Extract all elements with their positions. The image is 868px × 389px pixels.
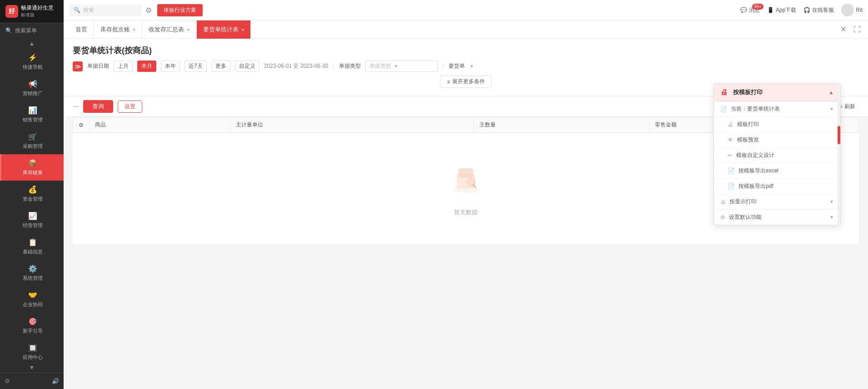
template-custom-item-label: 模板自定义设计	[736, 152, 774, 159]
topbar-search-icon: 🔍	[74, 7, 80, 13]
display-print-row[interactable]: 🖨 按显示打印 ▼	[714, 194, 840, 210]
tab-batch-close[interactable]: ×	[133, 27, 135, 32]
set-default-arrow: ▼	[829, 215, 834, 220]
sidebar-item-marketing[interactable]: 📢 营销推广	[0, 75, 64, 101]
date-btn-more[interactable]: 更多	[211, 61, 230, 72]
filter-toggle-btn[interactable]: ≫	[73, 61, 83, 71]
inventory-icon: 📦	[28, 159, 37, 167]
topbar: 🔍 搜索 ⚙ 体验行业方案 💬 消息 99+ 📱 App下载 🎧 在线客服 Ri…	[64, 0, 868, 20]
user-avatar	[841, 4, 854, 16]
sidebar-item-label: 快捷导航	[23, 64, 43, 71]
sidebar-item-label: 采购管理	[23, 143, 43, 150]
appstore-icon: 🔲	[28, 344, 37, 352]
query-btn[interactable]: 查询	[83, 100, 113, 113]
order-type-label: 单据类型	[339, 62, 361, 70]
sidebar-item-guide[interactable]: 🎯 新手引导	[0, 313, 64, 339]
tab-yaohuostat-close[interactable]: ×	[241, 27, 244, 32]
message-icon: 💬	[740, 7, 747, 13]
current-template-arrow: ▼	[829, 106, 834, 111]
date-btn-custom[interactable]: 自定义	[235, 61, 259, 72]
template-print-icon: 🖨	[728, 121, 733, 128]
expand-more-btn[interactable]: ≡ 展开更多条件	[440, 76, 491, 88]
template-print-item[interactable]: 🖨 模板打印	[714, 117, 840, 132]
tab-batch[interactable]: 库存批次账 ×	[94, 20, 142, 39]
template-preview-icon: 👁	[728, 136, 733, 143]
sidebar-item-collab[interactable]: 🤝 企业协同	[0, 286, 64, 313]
sidebar-item-label: 库存核算	[23, 169, 43, 176]
order-type-value: 单据类型	[369, 62, 391, 70]
col-settings[interactable]: ⚙	[73, 117, 90, 133]
speaker-icon[interactable]: 🔊	[52, 378, 59, 384]
template-custom-item[interactable]: ✏ 模板自定义设计	[714, 148, 840, 163]
sidebar-nav: ⚡ 快捷导航 📢 营销推广 📊 销售管理 🛒 采购管理 📦 库存核算 💰 资金管…	[0, 49, 64, 362]
dropdown-header[interactable]: 🖨 按模板打印 ▲	[714, 84, 840, 101]
sidebar-item-operation[interactable]: 📈 经营管理	[0, 207, 64, 233]
system-icon: ⚙️	[28, 264, 37, 273]
scroll-up-btn[interactable]: ▲	[0, 38, 64, 49]
sidebar-search[interactable]: 🔍 搜索菜单	[0, 23, 64, 38]
tabs-bar-right: ✕ ⛶	[838, 25, 863, 34]
tab-yaohuostat[interactable]: 要货单统计表 ×	[197, 20, 251, 39]
topbar-search-box[interactable]: 🔍 搜索	[69, 5, 142, 16]
template-export-excel-item[interactable]: 📄 按模板导出excel	[714, 163, 840, 179]
order-type-arrow: ▼	[394, 64, 399, 69]
tab-batch-label: 库存批次账	[100, 25, 130, 34]
sidebar-item-label: 应用中心	[23, 354, 43, 361]
yaohuo-type-label-arrow: ▼	[469, 64, 474, 69]
marketing-icon: 📢	[28, 80, 37, 88]
online-service-btn[interactable]: 🎧 在线客服	[803, 6, 834, 14]
sidebar-item-basic[interactable]: 📋 基础信息	[0, 233, 64, 260]
current-template-row[interactable]: 📄 当前：要货单统计表 ▼	[714, 101, 840, 117]
tab-home[interactable]: 首页	[69, 20, 94, 39]
more-options-icon[interactable]: ···	[73, 102, 79, 111]
empty-text: 暂无数据	[454, 208, 478, 217]
industry-btn[interactable]: 体验行业方案	[157, 4, 203, 16]
scroll-down-btn[interactable]: ▼	[0, 362, 64, 373]
set-default-row[interactable]: ⚙ 设置默认功能 ▼	[714, 210, 840, 225]
order-type-select[interactable]: 单据类型 ▼	[365, 61, 438, 72]
template-preview-item[interactable]: 👁 模板预览	[714, 132, 840, 148]
tab-close-all-icon[interactable]: ✕	[838, 25, 848, 34]
dropdown-header-label: 按模板打印	[733, 88, 763, 96]
template-export-pdf-item[interactable]: 📄 按模板导出pdf	[714, 179, 840, 194]
date-btn-last-month[interactable]: 上月	[114, 61, 133, 72]
tab-collection[interactable]: 收发存汇总表 ×	[142, 20, 196, 39]
sidebar-logo: 好 畅康通好生意 标准版	[0, 0, 64, 23]
date-filter-label: 单据日期	[87, 62, 109, 70]
app-version: 标准版	[21, 12, 54, 18]
date-btn-7days[interactable]: 近7天	[185, 61, 207, 72]
template-dropdown: 🖨 按模板打印 ▲ 📄 当前：要货单统计表 ▼ 🖨 模板打印 👁 模板预览 ✏ …	[713, 83, 841, 225]
sidebar-item-system[interactable]: ⚙️ 系统管理	[0, 260, 64, 286]
tab-collection-label: 收发存汇总表	[149, 25, 184, 34]
sidebar-item-purchase[interactable]: 🛒 采购管理	[0, 128, 64, 154]
date-btn-this-year[interactable]: 本年	[161, 61, 180, 72]
main-area: 🔍 搜索 ⚙ 体验行业方案 💬 消息 99+ 📱 App下载 🎧 在线客服 Ri…	[64, 0, 868, 389]
sidebar-item-finance[interactable]: 💰 资金管理	[0, 181, 64, 207]
settings-btn[interactable]: 设置	[118, 101, 142, 113]
svg-point-4	[469, 179, 474, 185]
date-btn-this-month[interactable]: 本月	[137, 61, 156, 72]
user-area[interactable]: Rit	[841, 4, 863, 16]
tab-collection-close[interactable]: ×	[187, 27, 190, 32]
app-download-btn[interactable]: 📱 App下载	[767, 6, 796, 14]
template-print-item-label: 模板打印	[737, 121, 759, 128]
messages-btn[interactable]: 💬 消息 99+	[740, 6, 760, 14]
finance-icon: 💰	[28, 185, 37, 194]
sidebar-item-label: 经营管理	[23, 222, 43, 229]
refresh-label: 刷新	[844, 103, 855, 111]
col-unit: 主计量单位	[230, 117, 474, 133]
settings-icon[interactable]: ⚙	[5, 378, 10, 384]
dropdown-scrolltrack	[838, 84, 840, 225]
sidebar-item-shortcut[interactable]: ⚡ 快捷导航	[0, 49, 64, 75]
purchase-icon: 🛒	[28, 132, 37, 141]
tab-expand-icon[interactable]: ⛶	[852, 25, 863, 34]
sidebar-item-inventory[interactable]: 📦 库存核算	[0, 154, 64, 181]
empty-illustration	[448, 160, 484, 203]
current-template-label: 当前：要货单统计表	[731, 105, 780, 113]
sidebar-item-sales[interactable]: 📊 销售管理	[0, 101, 64, 128]
col-quantity: 主数量	[474, 117, 649, 133]
topbar-gear-icon[interactable]: ⚙	[145, 6, 152, 15]
download-icon: 📱	[767, 7, 774, 13]
sidebar-item-label: 资金管理	[23, 196, 43, 202]
sidebar-item-appstore[interactable]: 🔲 应用中心	[0, 339, 64, 362]
